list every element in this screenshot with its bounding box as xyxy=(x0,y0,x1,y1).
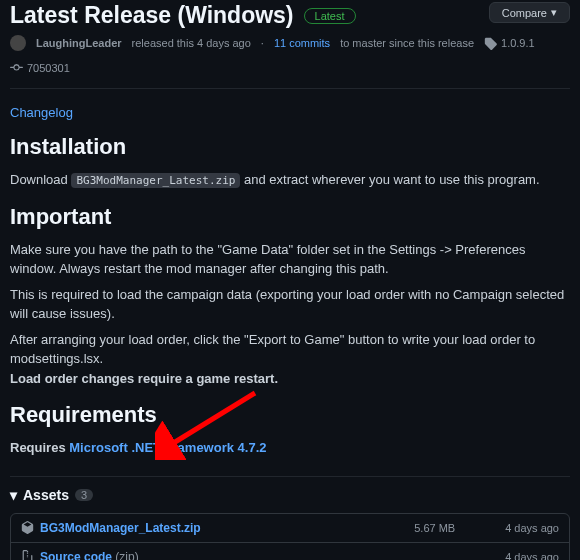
release-meta: LaughingLeader released this 4 days ago … xyxy=(10,35,570,74)
download-suffix: and extract wherever you want to use thi… xyxy=(244,172,540,187)
asset-size: 5.67 MB xyxy=(414,522,455,534)
caret-down-icon: ▾ xyxy=(10,487,17,503)
assets-header[interactable]: ▾ Assets 3 xyxy=(10,487,570,503)
tag-meta[interactable]: 1.0.9.1 xyxy=(484,37,535,50)
important-p2: This is required to load the campaign da… xyxy=(10,285,570,324)
chevron-down-icon: ▾ xyxy=(551,6,557,19)
released-time: released this 4 days ago xyxy=(132,37,251,49)
asset-name: BG3ModManager_Latest.zip xyxy=(40,521,414,535)
commits-suffix: to master since this release xyxy=(340,37,474,49)
download-filename: BG3ModManager_Latest.zip xyxy=(71,173,240,188)
compare-button[interactable]: Compare ▾ xyxy=(489,2,570,23)
assets-count: 3 xyxy=(75,489,93,501)
tag-icon xyxy=(484,37,497,50)
asset-row[interactable]: Source code (zip)4 days ago xyxy=(11,543,569,561)
important-p1: Make sure you have the path to the "Game… xyxy=(10,240,570,279)
author-name[interactable]: LaughingLeader xyxy=(36,37,122,49)
assets-section: ▾ Assets 3 BG3ModManager_Latest.zip5.67 … xyxy=(10,476,570,561)
release-title: Latest Release (Windows) xyxy=(10,2,294,29)
assets-list: BG3ModManager_Latest.zip5.67 MB4 days ag… xyxy=(10,513,570,561)
release-header: Latest Release (Windows) Latest xyxy=(10,0,570,29)
commits-link[interactable]: 11 commits xyxy=(274,37,330,49)
installation-text: Download BG3ModManager_Latest.zip and ex… xyxy=(10,170,570,190)
compare-label: Compare xyxy=(502,7,547,19)
asset-date: 4 days ago xyxy=(505,551,559,561)
important-p3-text: After arranging your load order, click t… xyxy=(10,332,535,367)
divider xyxy=(10,88,570,89)
requires-prefix: Requires xyxy=(10,440,66,455)
latest-badge: Latest xyxy=(304,8,356,24)
file-zip-icon xyxy=(21,550,34,560)
commit-sha: 7050301 xyxy=(27,62,70,74)
installation-heading: Installation xyxy=(10,134,570,160)
changelog-link[interactable]: Changelog xyxy=(10,105,73,120)
commit-meta[interactable]: 7050301 xyxy=(10,61,70,74)
requirements-heading: Requirements xyxy=(10,402,570,428)
tag-value: 1.0.9.1 xyxy=(501,37,535,49)
meta-sep: · xyxy=(261,37,264,49)
asset-date: 4 days ago xyxy=(505,522,559,534)
asset-row[interactable]: BG3ModManager_Latest.zip5.67 MB4 days ag… xyxy=(11,514,569,543)
author-avatar[interactable] xyxy=(10,35,26,51)
package-icon xyxy=(21,521,34,534)
important-p4-text: Load order changes require a game restar… xyxy=(10,371,278,386)
download-prefix: Download xyxy=(10,172,68,187)
asset-name: Source code (zip) xyxy=(40,550,455,561)
commit-icon xyxy=(10,61,23,74)
dotnet-link[interactable]: Microsoft .NET Framework 4.7.2 xyxy=(69,440,266,455)
important-p3: After arranging your load order, click t… xyxy=(10,330,570,389)
requirements-text: Requires Microsoft .NET Framework 4.7.2 xyxy=(10,438,570,458)
assets-heading: Assets xyxy=(23,487,69,503)
important-heading: Important xyxy=(10,204,570,230)
